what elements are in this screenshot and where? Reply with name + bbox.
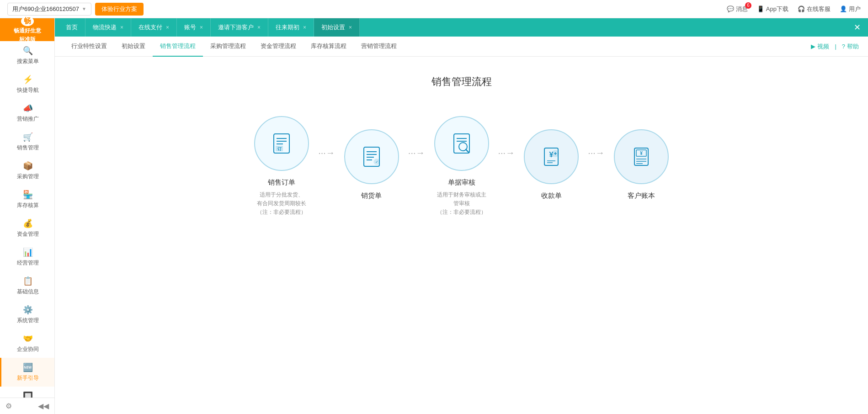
sub-tab-inventory-flow[interactable]: 库存核算流程: [304, 37, 354, 57]
app-download-label: App下载: [766, 5, 788, 13]
app-download-icon: 📱: [757, 5, 764, 12]
nav-tab-logistics[interactable]: 物流快递 ×: [85, 18, 131, 37]
nav-tab-home[interactable]: 首页: [59, 18, 85, 37]
sidebar-item-app-center[interactable]: 🔲 应用中心: [0, 387, 54, 398]
sidebar-item-label: 销售管理: [17, 144, 39, 152]
nav-tab-close[interactable]: ×: [200, 24, 203, 31]
app-download-item[interactable]: 📱 App下载: [757, 5, 788, 13]
sidebar-item-sales[interactable]: 🛒 销售管理: [0, 127, 54, 156]
sidebar: 畅 畅通好生意 标准版 🔍 搜索菜单 ⚡ 快捷导航 📣 营销推广 🛒 销售管理: [0, 18, 55, 414]
sidebar-item-label: 库存核算: [17, 202, 39, 209]
sub-tab-marketing-flow[interactable]: 营销管理流程: [354, 37, 404, 57]
sub-tab-capital-flow[interactable]: 资金管理流程: [253, 37, 304, 57]
main-layout: 畅 畅通好生意 标准版 🔍 搜索菜单 ⚡ 快捷导航 📣 营销推广 🛒 销售管理: [0, 18, 868, 414]
message-icon: 💬: [727, 5, 734, 12]
message-item[interactable]: 💬 消息 6: [727, 5, 748, 13]
step-desc-sales-order: 适用于分批发货、有合同发货周期较长（注：非必要流程）: [257, 191, 306, 217]
guide-icon: 🆕: [23, 362, 33, 372]
flow-step-receipt[interactable]: ¥ 收款单: [510, 129, 592, 204]
nav-tab-close[interactable]: ×: [120, 24, 123, 31]
separator: |: [835, 43, 836, 50]
nav-tab-init-settings[interactable]: 初始设置 ×: [314, 18, 360, 37]
logo-text: 畅通好生意: [14, 27, 41, 35]
nav-tabs: 首页 物流快递 × 在线支付 × 账号 × 邀请下游客户 × 往来期初 ×: [55, 18, 868, 37]
step-title-receipt: 收款单: [541, 191, 562, 200]
user-selector-text: 用户690企业1660120507: [12, 5, 79, 13]
sidebar-item-system[interactable]: ⚙️ 系统管理: [0, 300, 54, 329]
experience-button[interactable]: 体验行业方案: [95, 3, 144, 16]
step-circle-receipt: ¥: [524, 129, 579, 184]
sidebar-item-operation[interactable]: 📊 经营管理: [0, 243, 54, 271]
logo-icon: 畅: [21, 16, 34, 26]
sub-tabs: 行业特性设置 初始设置 销售管理流程 采购管理流程 资金管理流程 库存核算流程: [55, 37, 868, 57]
user-profile-item[interactable]: 👤 用户: [840, 5, 861, 13]
top-header: 用户690企业1660120507 ▼ 体验行业方案 💬 消息 6 📱 App下…: [0, 0, 868, 18]
user-avatar-icon: 👤: [840, 5, 847, 12]
sub-tab-label: 营销管理流程: [361, 42, 397, 50]
step-title-invoice: 销货单: [361, 191, 382, 200]
sub-tab-label: 销售管理流程: [160, 42, 196, 50]
sidebar-item-label: 系统管理: [17, 317, 39, 324]
nav-tab-label: 首页: [66, 23, 78, 32]
invoice-icon: ✓: [358, 143, 385, 170]
sidebar-item-inventory[interactable]: 🏪 库存核算: [0, 185, 54, 214]
sidebar-item-guide[interactable]: 🆕 新手引导: [0, 358, 54, 387]
inventory-icon: 🏪: [23, 190, 33, 200]
sidebar-item-quick-nav[interactable]: ⚡ 快捷导航: [0, 70, 54, 99]
purchase-icon: 📦: [23, 161, 33, 171]
customer-service-label: 在线客服: [807, 5, 831, 13]
help-link[interactable]: ? 帮助: [842, 42, 859, 51]
nav-tab-label: 账号: [184, 23, 196, 32]
finance-icon: 💰: [23, 218, 33, 228]
sub-tab-right-actions: ▶ 视频 | ? 帮助: [811, 42, 859, 51]
sub-tab-label: 库存核算流程: [311, 42, 346, 50]
sidebar-item-label: 快捷导航: [17, 86, 39, 94]
nav-tab-close[interactable]: ×: [303, 24, 306, 31]
flow-step-sales-order[interactable]: 订 销售订单 适用于分批发货、有合同发货周期较长（注：非必要流程）: [240, 116, 323, 217]
svg-text:¥: ¥: [640, 151, 643, 156]
nav-close-all-button[interactable]: ✕: [850, 22, 864, 32]
collapse-icon[interactable]: ◀◀: [38, 402, 49, 410]
flow-step-invoice[interactable]: ✓ 销货单: [330, 129, 413, 204]
sub-tab-industry[interactable]: 行业特性设置: [64, 37, 114, 57]
customer-service-item[interactable]: 🎧 在线客服: [798, 5, 831, 13]
flow-step-review[interactable]: 单据审核 适用于财务审核或主管审核（注：非必要流程）: [421, 116, 503, 217]
sidebar-bottom: ⚙ ◀◀: [0, 398, 54, 414]
nav-tab-close[interactable]: ×: [349, 24, 352, 31]
flow-content: 销售管理流程 订: [55, 57, 868, 235]
nav-tab-period[interactable]: 往来期初 ×: [268, 18, 314, 37]
video-help-link[interactable]: ▶ 视频: [811, 42, 829, 51]
sidebar-item-purchase[interactable]: 📦 采购管理: [0, 156, 54, 185]
sub-tab-purchase-flow[interactable]: 采购管理流程: [203, 37, 253, 57]
nav-tab-close[interactable]: ×: [257, 24, 261, 31]
flow-title: 销售管理流程: [431, 75, 492, 89]
nav-tab-payment[interactable]: 在线支付 ×: [131, 18, 177, 37]
nav-tab-invite[interactable]: 邀请下游客户 ×: [211, 18, 268, 37]
sidebar-item-search[interactable]: 🔍 搜索菜单: [0, 41, 54, 70]
step-circle-invoice: ✓: [344, 129, 399, 184]
nav-tab-account[interactable]: 账号 ×: [177, 18, 211, 37]
sidebar-item-label: 搜索菜单: [17, 58, 39, 65]
marketing-icon: 📣: [23, 103, 33, 113]
sub-tab-label: 采购管理流程: [210, 42, 246, 50]
sidebar-item-marketing[interactable]: 📣 营销推广: [0, 99, 54, 127]
nav-tab-close[interactable]: ×: [166, 24, 169, 31]
svg-text:✓: ✓: [375, 160, 378, 164]
sidebar-item-enterprise[interactable]: 🤝 企业协同: [0, 329, 54, 358]
nav-tab-label: 初始设置: [321, 23, 345, 32]
sidebar-item-finance[interactable]: 💰 资金管理: [0, 214, 54, 243]
sidebar-item-label: 采购管理: [17, 173, 39, 180]
user-selector[interactable]: 用户690企业1660120507 ▼: [7, 3, 91, 16]
sidebar-item-basic[interactable]: 📋 基础信息: [0, 271, 54, 300]
svg-text:订: 订: [277, 147, 282, 151]
step-title-sales-order: 销售订单: [268, 178, 295, 187]
video-icon: ▶: [811, 43, 815, 50]
sub-tab-sales-flow[interactable]: 销售管理流程: [153, 37, 203, 57]
sub-tab-label: 资金管理流程: [261, 42, 296, 50]
message-badge: 6: [745, 2, 751, 9]
flow-step-account-book[interactable]: ¥ 客户账本: [600, 129, 682, 204]
sub-tab-init[interactable]: 初始设置: [114, 37, 153, 57]
quick-nav-icon: ⚡: [23, 74, 33, 85]
settings-icon[interactable]: ⚙: [5, 402, 12, 410]
sidebar-menu: 🔍 搜索菜单 ⚡ 快捷导航 📣 营销推广 🛒 销售管理 📦 采购管理 🏪: [0, 41, 54, 398]
